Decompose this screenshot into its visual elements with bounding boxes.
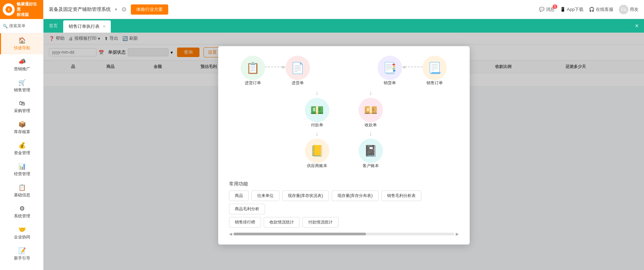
sale-bill-node[interactable]: 📑 销货单 [378, 56, 402, 86]
sidebar-item-purchase[interactable]: 🛍 采购管理 [0, 96, 43, 117]
headset-icon: 🎧 [589, 7, 594, 12]
message-badge: 5 [553, 4, 557, 9]
payment-bill-label: 付款单 [311, 122, 323, 128]
marketing-icon: 📣 [18, 58, 26, 65]
sale-bill-icon: 📑 [378, 56, 402, 80]
operations-icon: 📊 [18, 163, 26, 170]
sales-icon: 🛒 [18, 79, 26, 86]
func-btn-goods-profit[interactable]: 商品毛利分析 [229, 204, 265, 214]
purchase-order-label: 进货订单 [245, 80, 261, 86]
sidebar-item-sales[interactable]: 🛒 销售管理 [0, 75, 43, 96]
sidebar: 6 畅康通好生意 标准版 🔍 搜索菜单 🏠 快捷导航 📣 营销推广 � [0, 0, 43, 270]
message-action[interactable]: 💬 消息 5 [539, 6, 555, 13]
purchase-bill-icon: 📄 [285, 56, 310, 80]
receipt-bill-icon: 💴 [359, 98, 383, 122]
purchase-icon: 🛍 [19, 100, 25, 107]
supplier-ledger-icon: 📒 [305, 139, 329, 163]
sale-order-icon: 📃 [422, 56, 447, 80]
tab-close-icon[interactable]: × [103, 24, 105, 29]
payment-bill-icon: 💵 [305, 98, 329, 122]
tab-bar: 首页 销售订单执行表 × × [43, 19, 644, 33]
sale-order-node[interactable]: 📃 销售订单 [422, 56, 447, 86]
home-icon: 🏠 [18, 37, 26, 44]
phone-icon: 📱 [560, 7, 565, 12]
supplier-ledger-node[interactable]: 📒 供应商账本 [305, 139, 329, 169]
tab-sales-order[interactable]: 销售订单执行表 × [63, 20, 111, 33]
svg-text:6: 6 [8, 8, 10, 12]
purchase-order-icon: 📋 [241, 56, 265, 80]
sidebar-item-system[interactable]: ⚙ 系统管理 [0, 201, 43, 222]
message-icon: 💬 [539, 7, 544, 12]
common-functions-title: 常用功能 [229, 181, 459, 187]
trial-button[interactable]: 体验行业方案 [131, 4, 168, 15]
scroll-thumb[interactable] [233, 233, 366, 235]
payment-bill-node[interactable]: 💵 付款单 [305, 98, 329, 128]
receipt-bill-node[interactable]: 💴 收款单 [359, 98, 383, 128]
tab-home[interactable]: 首页 [43, 19, 63, 33]
sidebar-nav: 🏠 快捷导航 📣 营销推广 🛒 销售管理 🛍 采购管理 📦 库存核算 💰 [0, 33, 43, 270]
purchase-bill-node[interactable]: 📄 进货单 [285, 56, 310, 86]
tab-bar-close-icon[interactable]: × [629, 19, 644, 33]
finance-icon: 💰 [18, 142, 26, 149]
flow-section: 📋 进货订单 ▶ 📄 [229, 56, 459, 178]
func-buttons-row1: 商品 往来单位 现存量(库存状况表) 现存量(库存分布表) 销售毛利分析表 商品… [229, 191, 459, 214]
page-content: ❓ 帮助 🖨 按模板打印 ▾ ⬆ 导出 🔄 刷新 [43, 33, 644, 270]
top-bar: 装备及固定资产辅助管理系统 ▾ ⚙ 体验行业方案 💬 消息 5 📱 App下载 … [43, 0, 644, 19]
main-content: 装备及固定资产辅助管理系统 ▾ ⚙ 体验行业方案 💬 消息 5 📱 App下载 … [43, 0, 644, 270]
modal-scrollbar[interactable]: ◀ ▶ [229, 232, 459, 236]
sidebar-item-marketing[interactable]: 📣 营销推广 [0, 54, 43, 75]
system-title: 装备及固定资产辅助管理系统 [49, 6, 111, 13]
online-service-action[interactable]: 🎧 在线客服 [589, 6, 613, 13]
func-btn-stock-dist[interactable]: 现存量(库存分布表) [332, 191, 379, 201]
func-btn-goods[interactable]: 商品 [229, 191, 249, 201]
guide-icon: 📝 [18, 247, 26, 254]
purchase-order-node[interactable]: 📋 进货订单 [241, 56, 265, 86]
sidebar-item-finance[interactable]: 💰 资金管理 [0, 138, 43, 159]
dropdown-arrow-icon[interactable]: ▾ [115, 7, 117, 12]
logo-text: 畅康通好生意 标准版 [17, 2, 40, 18]
gear-icon[interactable]: ⚙ [121, 6, 127, 13]
sidebar-item-guide[interactable]: 📝 新手引导 [0, 244, 43, 265]
supplier-ledger-label: 供应商账本 [307, 163, 327, 169]
func-btn-partner[interactable]: 往来单位 [251, 191, 279, 201]
customer-ledger-icon: 📓 [359, 139, 383, 163]
enterprise-icon: 🤝 [18, 226, 26, 233]
func-btn-sales-profit[interactable]: 销售毛利分析表 [381, 191, 421, 201]
sidebar-item-basic[interactable]: 📋 基础信息 [0, 180, 43, 201]
sale-bill-label: 销货单 [384, 80, 396, 86]
purchase-bill-label: 进货单 [292, 80, 304, 86]
customer-ledger-label: 客户账本 [363, 163, 379, 169]
sidebar-item-operations[interactable]: 📊 经营管理 [0, 159, 43, 180]
search-icon: 🔍 [3, 24, 8, 29]
scroll-right-icon[interactable]: ▶ [456, 232, 459, 236]
flow-modal: 📋 进货订单 ▶ 📄 [218, 46, 470, 245]
sidebar-search[interactable]: 🔍 搜索菜单 [0, 19, 43, 33]
sidebar-item-enterprise[interactable]: 🤝 企业协同 [0, 222, 43, 244]
top-bar-actions: 💬 消息 5 📱 App下载 🎧 在线客服 Ea 用友 [539, 5, 639, 14]
scroll-left-icon[interactable]: ◀ [229, 232, 232, 236]
logo-icon: 6 [3, 3, 15, 16]
avatar: Ea [619, 5, 628, 14]
sidebar-item-inventory[interactable]: 📦 库存核算 [0, 117, 43, 138]
func-btn-sales-rank[interactable]: 销售排行榜 [229, 217, 261, 228]
app-download-action[interactable]: 📱 App下载 [560, 6, 584, 13]
func-buttons-row2: 销售排行榜 收款情况统计 付款情况统计 [229, 217, 459, 228]
func-btn-payment-stats[interactable]: 付款情况统计 [302, 217, 338, 228]
func-btn-stock-status[interactable]: 现存量(库存状况表) [282, 191, 329, 201]
user-menu[interactable]: Ea 用友 [619, 5, 639, 14]
sale-order-label: 销售订单 [427, 80, 443, 86]
scroll-track [233, 233, 454, 235]
sidebar-item-quick-nav[interactable]: 🏠 快捷导航 [0, 33, 43, 54]
customer-ledger-node[interactable]: 📓 客户账本 [359, 139, 383, 169]
func-btn-receipt-stats[interactable]: 收款情况统计 [264, 217, 300, 228]
modal-overlay[interactable]: 📋 进货订单 ▶ 📄 [43, 33, 644, 270]
system-icon: ⚙ [19, 205, 25, 212]
inventory-icon: 📦 [18, 121, 26, 128]
common-functions: 常用功能 商品 往来单位 现存量(库存状况表) 现存量(库存分布表) 销售毛利分… [229, 181, 459, 228]
search-menu-button[interactable]: 🔍 搜索菜单 [3, 22, 40, 30]
receipt-bill-label: 收款单 [365, 122, 377, 128]
sidebar-logo: 6 畅康通好生意 标准版 [0, 0, 43, 19]
basic-icon: 📋 [18, 184, 26, 191]
